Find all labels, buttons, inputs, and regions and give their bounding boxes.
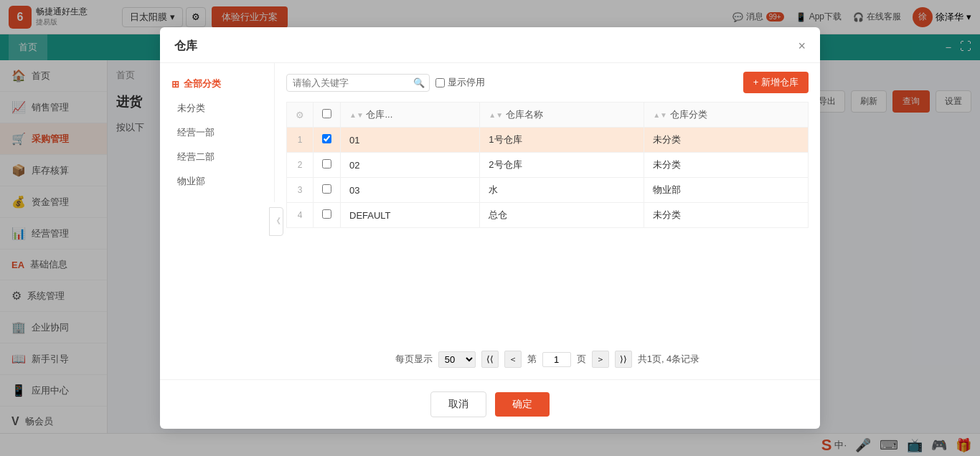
row-checkbox-cell[interactable]	[314, 203, 341, 228]
th-checkbox	[314, 103, 341, 128]
search-icon[interactable]: 🔍	[413, 77, 425, 88]
table-wrapper: ⚙ ▲▼ 仓库... ▲▼ 仓库名称	[286, 102, 809, 342]
pagination: 每页显示 50 10 20 100 ⟨⟨ ＜ 第 页 ＞ ⟩⟩ 共1页, 4条记…	[286, 342, 809, 371]
first-page-button[interactable]: ⟨⟨	[481, 351, 499, 368]
row-checkbox-cell[interactable]	[314, 178, 341, 203]
row-name: 总仓	[480, 203, 644, 228]
sort-icon-cat: ▲▼	[653, 111, 667, 119]
row-code: 02	[341, 153, 480, 178]
per-page-select[interactable]: 50 10 20 100	[438, 351, 476, 368]
select-all-checkbox[interactable]	[322, 109, 331, 118]
row-checkbox-cell[interactable]	[314, 128, 341, 153]
row-checkbox-cell[interactable]	[314, 153, 341, 178]
cancel-button[interactable]: 取消	[430, 391, 486, 417]
modal-category-ops2[interactable]: 经营二部	[160, 145, 274, 169]
row-actions-cell[interactable]: 4	[287, 203, 314, 228]
row-code: 03	[341, 178, 480, 203]
modal-category-ops1[interactable]: 经营一部	[160, 120, 274, 145]
row-category: 未分类	[644, 128, 809, 153]
new-warehouse-button[interactable]: + 新增仓库	[743, 72, 809, 93]
next-page-button[interactable]: ＞	[592, 351, 609, 368]
row-category: 物业部	[644, 178, 809, 203]
modal-category-header[interactable]: ⊞ 全部分类	[160, 72, 274, 96]
row-actions-cell[interactable]: 3	[287, 178, 314, 203]
th-warehouse-name: ▲▼ 仓库名称	[480, 103, 644, 128]
search-input[interactable]	[293, 77, 413, 88]
table-header-row: ⚙ ▲▼ 仓库... ▲▼ 仓库名称	[287, 103, 809, 128]
modal-footer: 取消 确定	[160, 379, 820, 429]
page-number-input[interactable]	[542, 352, 571, 367]
modal-title: 仓库	[174, 39, 197, 54]
modal-overlay: 仓库 × ⊞ 全部分类 未分类 经营一部 经营二部 物业部 《	[0, 0, 980, 456]
modal-toolbar: 🔍 显示停用 + 新增仓库	[286, 72, 809, 93]
show-disabled-checkbox-label[interactable]: 显示停用	[435, 76, 485, 89]
sort-icon-name: ▲▼	[489, 111, 503, 119]
th-warehouse-code: ▲▼ 仓库...	[341, 103, 480, 128]
table-row[interactable]: 1 01 1号仓库 未分类	[287, 128, 809, 153]
row-code: DEFAULT	[341, 203, 480, 228]
row-actions-cell[interactable]: 1	[287, 128, 314, 153]
grid-icon: ⊞	[171, 79, 179, 90]
table-row[interactable]: 2 02 2号仓库 未分类	[287, 153, 809, 178]
modal-header: 仓库 ×	[160, 27, 820, 63]
row-category: 未分类	[644, 203, 809, 228]
modal-category-property[interactable]: 物业部	[160, 169, 274, 194]
row-name: 1号仓库	[480, 128, 644, 153]
collapse-icon: 《	[273, 216, 281, 227]
warehouse-table: ⚙ ▲▼ 仓库... ▲▼ 仓库名称	[286, 102, 809, 228]
row-select-checkbox[interactable]	[322, 184, 331, 194]
modal-sidebar: ⊞ 全部分类 未分类 经营一部 经营二部 物业部	[160, 63, 275, 202]
modal-body: ⊞ 全部分类 未分类 经营一部 经营二部 物业部 《	[160, 63, 820, 379]
show-disabled-checkbox[interactable]	[435, 78, 445, 87]
th-warehouse-category: ▲▼ 仓库分类	[644, 103, 809, 128]
row-select-checkbox[interactable]	[322, 159, 331, 168]
confirm-button[interactable]: 确定	[495, 392, 550, 417]
row-select-checkbox[interactable]	[322, 134, 331, 143]
modal-category-unclassified[interactable]: 未分类	[160, 96, 274, 120]
row-category: 未分类	[644, 153, 809, 178]
settings-th-icon: ⚙	[296, 110, 304, 120]
row-code: 01	[341, 128, 480, 153]
prev-page-button[interactable]: ＜	[504, 351, 522, 368]
table-row[interactable]: 4 DEFAULT 总仓 未分类	[287, 203, 809, 228]
sort-icon: ▲▼	[349, 111, 364, 119]
sidebar-collapse-button[interactable]: 《	[269, 207, 283, 236]
last-page-button[interactable]: ⟩⟩	[615, 351, 632, 368]
table-row[interactable]: 3 03 水 物业部	[287, 178, 809, 203]
modal-main: 🔍 显示停用 + 新增仓库 ⚙	[275, 63, 820, 379]
modal-close-button[interactable]: ×	[798, 39, 806, 54]
modal-sidebar-wrapper: ⊞ 全部分类 未分类 经营一部 经营二部 物业部 《	[160, 63, 275, 379]
row-name: 2号仓库	[480, 153, 644, 178]
warehouse-modal: 仓库 × ⊞ 全部分类 未分类 经营一部 经营二部 物业部 《	[160, 27, 820, 429]
row-name: 水	[480, 178, 644, 203]
row-select-checkbox[interactable]	[322, 209, 331, 219]
th-settings: ⚙	[287, 103, 314, 128]
search-box: 🔍	[286, 74, 430, 92]
row-actions-cell[interactable]: 2	[287, 153, 314, 178]
